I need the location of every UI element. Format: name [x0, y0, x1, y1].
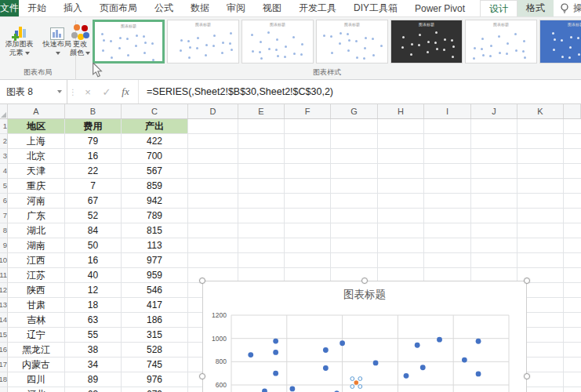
- cell-D2[interactable]: [188, 134, 238, 149]
- chart[interactable]: 020040060080010001200020406080100 图表标题: [202, 281, 527, 392]
- cell-A2[interactable]: 上海: [8, 134, 65, 149]
- column-header-J[interactable]: J: [471, 104, 517, 118]
- column-header-G[interactable]: G: [331, 104, 378, 118]
- cell-C7[interactable]: 789: [122, 209, 188, 223]
- tab-格式[interactable]: 格式: [517, 0, 554, 16]
- tab-视图[interactable]: 视图: [254, 0, 290, 16]
- cell-B6[interactable]: 67: [65, 194, 122, 209]
- cell-K1[interactable]: [517, 119, 564, 134]
- column-header-F[interactable]: F: [285, 104, 331, 118]
- column-header-B[interactable]: B: [65, 104, 122, 118]
- cell-C12[interactable]: 546: [122, 283, 188, 298]
- cell-E3[interactable]: [238, 149, 285, 164]
- cell-A14[interactable]: 吉林: [8, 313, 65, 328]
- cell-F6[interactable]: [285, 194, 331, 209]
- row-header-6[interactable]: 6: [0, 194, 8, 209]
- cell-J3[interactable]: [471, 149, 517, 164]
- cell-C13[interactable]: 417: [122, 298, 188, 313]
- cell-C3[interactable]: 700: [122, 149, 188, 164]
- cell-D7[interactable]: [188, 209, 238, 223]
- row-header-1[interactable]: 1: [0, 119, 8, 134]
- cell-A13[interactable]: 甘肃: [8, 298, 65, 313]
- cell-G7[interactable]: [331, 209, 378, 223]
- cell-B8[interactable]: 84: [65, 223, 122, 238]
- cell-B1[interactable]: 费用: [65, 119, 122, 134]
- cell-C17[interactable]: 745: [122, 358, 188, 372]
- cell-B2[interactable]: 79: [65, 134, 122, 149]
- cell-K6[interactable]: [517, 194, 564, 209]
- cell-I7[interactable]: [424, 209, 471, 223]
- cell-H8[interactable]: [378, 223, 424, 238]
- chart-title[interactable]: 图表标题: [203, 288, 526, 302]
- cell-E6[interactable]: [238, 194, 285, 209]
- chart-style-5[interactable]: 图表标题: [390, 20, 463, 64]
- column-header-C[interactable]: C: [122, 104, 188, 118]
- cell-I8[interactable]: [424, 223, 471, 238]
- cell-D1[interactable]: [188, 119, 238, 134]
- row-header-17[interactable]: 17: [0, 358, 8, 372]
- cell-D8[interactable]: [188, 223, 238, 238]
- row-header-12[interactable]: 12: [0, 283, 8, 298]
- cell-E9[interactable]: [238, 238, 285, 253]
- cell-C1[interactable]: 产出: [122, 119, 188, 134]
- tell-me-search[interactable]: 操作说明搜索: [554, 0, 581, 16]
- row-header-10[interactable]: 10: [0, 253, 8, 268]
- cell-A4[interactable]: 天津: [8, 164, 65, 179]
- cell-G10[interactable]: [331, 253, 378, 268]
- cell-B12[interactable]: 12: [65, 283, 122, 298]
- cell-G5[interactable]: [331, 179, 378, 194]
- cell-F1[interactable]: [285, 119, 331, 134]
- cell-B17[interactable]: 34: [65, 358, 122, 372]
- cell-G1[interactable]: [331, 119, 378, 134]
- tab-开发工具[interactable]: 开发工具: [290, 0, 345, 16]
- row-header-18[interactable]: 18: [0, 372, 8, 387]
- chart-style-2[interactable]: 图表标题: [167, 20, 239, 64]
- column-header-E[interactable]: E: [238, 104, 285, 118]
- cell-C6[interactable]: 942: [122, 194, 188, 209]
- cell-E10[interactable]: [238, 253, 285, 268]
- cell-A8[interactable]: 湖北: [8, 223, 65, 238]
- cell-K7[interactable]: [517, 209, 564, 223]
- cell-E2[interactable]: [238, 134, 285, 149]
- cell-C10[interactable]: 977: [122, 253, 188, 268]
- row-header-14[interactable]: 14: [0, 313, 8, 328]
- cell-A12[interactable]: 陕西: [8, 283, 65, 298]
- cell-F5[interactable]: [285, 179, 331, 194]
- tab-Power Pivot[interactable]: Power Pivot: [406, 0, 474, 16]
- cell-B5[interactable]: 7: [65, 179, 122, 194]
- row-header-15[interactable]: 15: [0, 328, 8, 343]
- cell-F7[interactable]: [285, 209, 331, 223]
- cell-H5[interactable]: [378, 179, 424, 194]
- cell-K5[interactable]: [517, 179, 564, 194]
- row-header-4[interactable]: 4: [0, 164, 8, 179]
- cell-K8[interactable]: [517, 223, 564, 238]
- cell-I10[interactable]: [424, 253, 471, 268]
- tab-DIY工具箱[interactable]: DIY工具箱: [345, 0, 406, 16]
- cell-G6[interactable]: [331, 194, 378, 209]
- cell-B4[interactable]: 22: [65, 164, 122, 179]
- cell-F2[interactable]: [285, 134, 331, 149]
- tab-公式[interactable]: 公式: [146, 0, 182, 16]
- chart-resize-handle[interactable]: [199, 373, 205, 379]
- cell-A18[interactable]: 四川: [8, 372, 65, 387]
- cell-C8[interactable]: 815: [122, 223, 188, 238]
- row-header-2[interactable]: 2: [0, 134, 8, 149]
- cell-B13[interactable]: 18: [65, 298, 122, 313]
- add-chart-element-button[interactable]: 添加图表 元素: [1, 20, 38, 71]
- cell-F10[interactable]: [285, 253, 331, 268]
- row-header-3[interactable]: 3: [0, 149, 8, 164]
- tab-file[interactable]: 文件: [0, 0, 19, 16]
- cell-F4[interactable]: [285, 164, 331, 179]
- chart-style-7[interactable]: 图表标题: [539, 20, 581, 64]
- chart-style-3[interactable]: 图表标题: [241, 20, 314, 64]
- column-header-D[interactable]: D: [188, 104, 238, 118]
- cell-F8[interactable]: [285, 223, 331, 238]
- name-box[interactable]: 图表 8: [0, 80, 67, 103]
- cell-D3[interactable]: [188, 149, 238, 164]
- cell-B15[interactable]: 55: [65, 328, 122, 343]
- cell-E4[interactable]: [238, 164, 285, 179]
- cell-E5[interactable]: [238, 179, 285, 194]
- cell-B16[interactable]: 38: [65, 343, 122, 358]
- row-header-16[interactable]: 16: [0, 343, 8, 358]
- cell-G2[interactable]: [331, 134, 378, 149]
